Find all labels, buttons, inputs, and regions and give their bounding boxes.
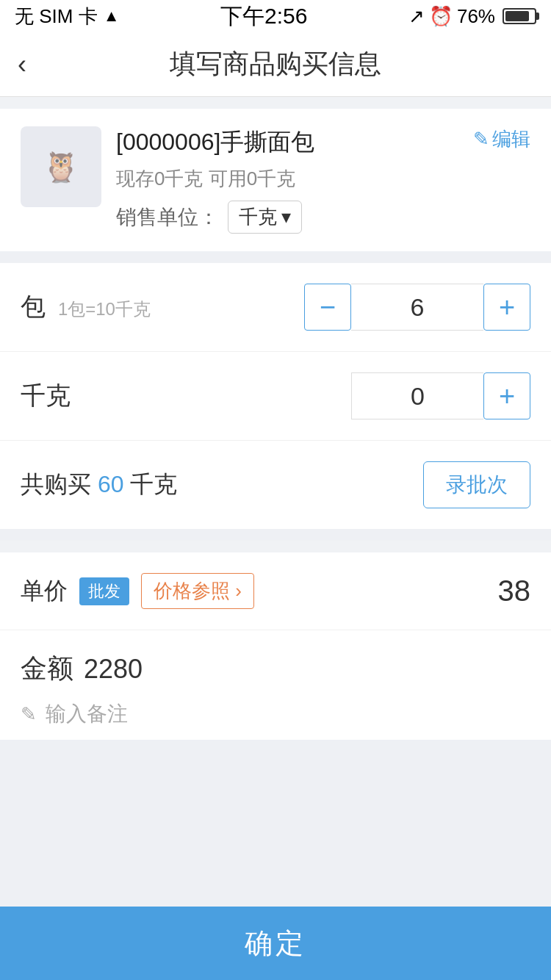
total-amount: 60 [98,471,124,497]
kg-label-container: 千克 [21,379,351,413]
total-row: 共购买 60 千克 录批次 [0,441,551,529]
kg-label: 千克 [21,381,71,409]
confirm-button[interactable]: 确定 [0,907,551,980]
product-thumbnail: 🦉 [21,126,101,207]
total-label: 共购买 [21,471,91,497]
product-stock: 现存0千克 可用0千克 [116,166,530,192]
kg-quantity-row: 千克 + [0,352,551,441]
edit-button[interactable]: ✎ 编辑 [473,126,530,152]
page-title: 填写商品购买信息 [170,46,381,82]
status-right: ↗ ⏰ 76% [408,5,536,28]
unit-value: 千克 [239,204,277,230]
price-label: 单价 [21,575,68,608]
section-divider-1 [0,251,551,263]
edit-icon: ✎ [473,128,489,151]
price-tag: 批发 [79,577,129,605]
price-value: 38 [498,574,531,608]
edit-label: 编辑 [492,126,530,152]
battery-label: 76% [457,5,495,28]
status-time: 下午2:56 [220,1,307,32]
price-label-row: 单价 批发 价格参照 › [21,573,254,609]
nav-bar: ‹ 填写商品购买信息 [0,32,551,97]
product-name: [0000006]手撕面包 [116,126,314,159]
location-icon: ↗ [408,5,425,28]
amount-value: 2280 [84,654,143,685]
quantity-section: 包 1包=10千克 − + 千克 + 共购买 60 千克 录批次 [0,263,551,529]
bao-minus-button[interactable]: − [304,284,351,331]
wifi-icon: ▲ [104,7,120,26]
amount-section: 金额 2280 ✎ 输入备注 [0,630,551,740]
alarm-icon: ⏰ [429,5,453,28]
bao-controls: − + [304,284,530,331]
back-button[interactable]: ‹ [18,49,26,80]
kg-input[interactable] [351,372,483,419]
kg-plus-button[interactable]: + [483,372,530,419]
note-row[interactable]: ✎ 输入备注 [21,700,530,728]
bao-label-container: 包 1包=10千克 [21,290,304,324]
amount-row: 金额 2280 [21,651,530,687]
bao-label: 包 [21,292,46,320]
bao-input[interactable] [351,284,483,331]
product-logo: 🦉 [43,150,79,184]
battery-icon [503,8,536,24]
pencil-icon: ✎ [21,703,37,726]
bao-quantity-row: 包 1包=10千克 − + [0,263,551,352]
product-name-row: [0000006]手撕面包 ✎ 编辑 [116,126,530,159]
total-unit: 千克 [130,471,177,497]
total-text: 共购买 60 千克 [21,469,177,501]
price-section: 单价 批发 价格参照 › 38 [0,552,551,630]
carrier-label: 无 SIM 卡 [15,4,98,29]
amount-label: 金额 [21,651,73,687]
product-info: [0000006]手撕面包 ✎ 编辑 现存0千克 可用0千克 销售单位： 千克 … [116,126,530,234]
status-bar: 无 SIM 卡 ▲ 下午2:56 ↗ ⏰ 76% [0,0,551,32]
price-ref-button[interactable]: 价格参照 › [141,573,254,609]
unit-dropdown[interactable]: 千克 ▾ [228,201,302,234]
bao-plus-button[interactable]: + [483,284,530,331]
status-left: 无 SIM 卡 ▲ [15,4,119,29]
section-divider-2 [0,529,551,541]
note-placeholder: 输入备注 [46,700,128,728]
product-unit-row: 销售单位： 千克 ▾ [116,201,530,234]
unit-arrow: ▾ [281,206,291,228]
unit-label: 销售单位： [116,203,219,231]
kg-controls: + [351,372,530,419]
product-card: 🦉 [0000006]手撕面包 ✎ 编辑 现存0千克 可用0千克 销售单位： 千… [0,109,551,251]
bao-sub-label: 1包=10千克 [58,299,151,319]
batch-button[interactable]: 录批次 [423,461,530,508]
